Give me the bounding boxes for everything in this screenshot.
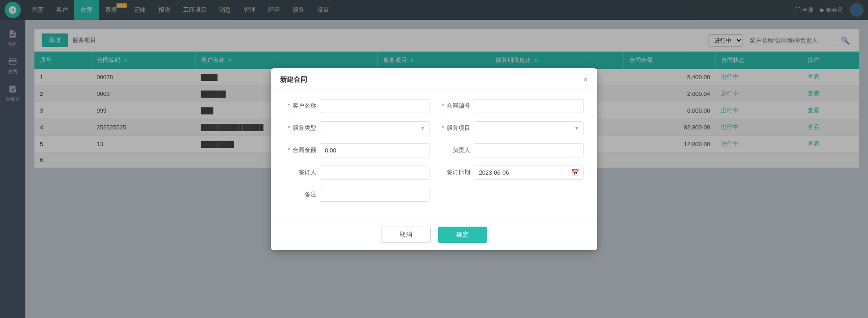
service-item-label: * 服务项目 [439, 124, 470, 132]
service-type-select[interactable] [320, 121, 429, 135]
contract-amount-input[interactable] [320, 143, 429, 157]
contract-code-required-star: * [442, 102, 444, 109]
sign-date-input[interactable] [474, 166, 583, 180]
modal-body: * 客户名称 * 合同编号 [271, 90, 597, 219]
form-group-service-item: * 服务项目 ▼ [439, 121, 583, 135]
modal-overlay: 新建合同 × * 客户名称 [25, 20, 868, 318]
service-type-label: * 服务类型 [285, 124, 316, 132]
customer-name-input[interactable] [320, 99, 429, 113]
service-item-wrapper: ▼ [474, 121, 583, 135]
contract-amount-label: * 合同金额 [285, 146, 316, 154]
customer-required-star: * [288, 102, 290, 109]
form-row-2: * 服务类型 ▼ * [285, 121, 583, 135]
new-contract-modal: 新建合同 × * 客户名称 [271, 68, 597, 250]
form-row-3: * 合同金额 负责人 [285, 143, 583, 157]
service-item-required-star: * [442, 124, 444, 131]
confirm-button[interactable]: 确定 [438, 227, 487, 243]
service-type-required-star: * [288, 124, 290, 131]
amount-required-star: * [288, 147, 290, 153]
responsible-input[interactable] [474, 143, 583, 157]
contract-code-input[interactable] [474, 99, 583, 113]
service-item-select[interactable] [474, 121, 583, 135]
form-row-1: * 客户名称 * 合同编号 [285, 99, 583, 113]
modal-header: 新建合同 × [271, 68, 597, 90]
sign-date-label: 签订日期 [439, 168, 470, 176]
signer-label: 签订人 [285, 168, 316, 176]
modal-title: 新建合同 [280, 76, 307, 84]
modal-footer: 取消 确定 [271, 219, 597, 250]
form-row-5: 备注 [285, 188, 583, 202]
notes-input[interactable] [320, 188, 429, 202]
customer-name-label: * 客户名称 [285, 102, 316, 110]
cancel-button[interactable]: 取消 [381, 227, 431, 243]
responsible-label: 负责人 [439, 146, 470, 154]
form-group-responsible: 负责人 [439, 143, 583, 157]
contract-code-label: * 合同编号 [439, 102, 470, 110]
form-group-sign-date: 签订日期 📅 [439, 166, 583, 180]
service-type-wrapper: ▼ [320, 121, 429, 135]
form-group-contract-code: * 合同编号 [439, 99, 583, 113]
form-group-amount: * 合同金额 [285, 143, 429, 157]
form-group-customer: * 客户名称 [285, 99, 429, 113]
notes-label: 备注 [285, 190, 316, 199]
sign-date-wrapper: 📅 [474, 166, 583, 180]
form-row-4: 签订人 签订日期 📅 [285, 166, 583, 180]
form-group-notes: 备注 [285, 188, 429, 202]
main-layout: 合同 收费 对账单 新增 服务项目 [0, 20, 868, 318]
modal-close-button[interactable]: × [583, 76, 588, 84]
signer-input[interactable] [320, 166, 429, 180]
content-area: 新增 服务项目 进行中 已完成 已终止 🔍 序号 [25, 20, 868, 318]
form-group-service-type: * 服务类型 ▼ [285, 121, 429, 135]
form-group-signer: 签订人 [285, 166, 429, 180]
